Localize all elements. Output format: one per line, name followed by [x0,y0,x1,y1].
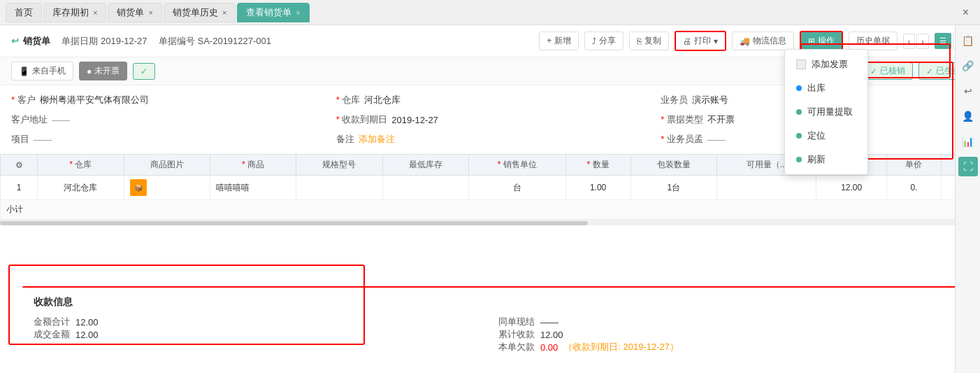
th-min-stock: 最低库存 [382,155,468,176]
tab-inventory-label: 库存期初 [52,6,89,19]
row-pack-qty: 1台 [630,176,716,200]
horizontal-scrollbar[interactable] [0,220,980,225]
table-row: 1 河北仓库 📦 嘻嘻嘻嘻 台 1.00 1台 12.00 0. [1,176,980,200]
confirm-button[interactable]: ✓ [133,63,155,80]
new-button[interactable]: + 新增 [539,31,578,50]
not-open-button[interactable]: ● 未开票 [79,62,127,80]
staff-value: 演示账号 [692,94,728,106]
locate-item[interactable]: 定位 [785,124,867,148]
row-price: 0. [887,176,942,200]
ticket-label: 票据类型 [661,113,703,126]
subtotal-row: 小计 [1,200,980,220]
operations-button[interactable]: ⊞ 操作 [800,31,843,51]
note-label: 备注 [336,133,354,146]
payment-date-value: 2019-12-27 [391,115,438,125]
logistics-button[interactable]: 🚚 物流信息 [732,31,794,50]
th-price: 单价 [887,155,942,176]
sidebar-link-icon[interactable]: 🔗 [958,56,978,76]
tab-home[interactable]: 首页 [6,3,42,22]
right-sidebar: 📋 🔗 ↩ 👤 📊 ⛶ [955,25,980,373]
same-order-row: 同单现结 —— [498,316,946,328]
bottom-section: 收款信息 金额合计 12.00 成交金额 12.00 [0,275,980,373]
window-close-button[interactable]: × [957,6,974,19]
outbound-item[interactable]: 出库 [785,76,867,100]
prev-button[interactable]: ‹ [903,34,916,49]
cumulative-row: 累计收款 12.00 [498,328,946,341]
refresh-item[interactable]: 刷新 [785,148,867,171]
staff-label: 业务员 [661,94,688,106]
locate-icon [796,133,802,139]
close-tab-inventory[interactable]: × [93,8,97,17]
list-view-button[interactable]: ☰ [935,33,951,49]
customer-value: 柳州粤港平安气体有限公司 [40,94,149,106]
sidebar-user-icon[interactable]: 👤 [958,106,978,126]
history-button[interactable]: 历史单据 [849,31,898,50]
payment-date-label: 收款到期日 [336,113,388,126]
sidebar-expand-icon[interactable]: ⛶ [958,157,978,176]
same-order-label: 同单现结 [498,316,535,328]
nav-arrows: ‹ › [903,34,929,49]
add-invoice-item[interactable]: 添加发票 [785,52,867,76]
copy-button[interactable]: ⎘ 复制 [629,31,669,50]
print-button[interactable]: 🖨 打印 ▾ [675,31,726,51]
subtotal-label: 小计 [1,200,980,220]
due-label: 本单欠款 [498,341,535,353]
th-pack-qty: 包装数量 [630,155,716,176]
sidebar-return-icon[interactable]: ↩ [958,81,978,101]
transaction-row: 成交金额 12.00 [34,328,482,341]
doc-number-value: SA-20191227-001 [198,36,272,46]
th-unit: 销售单位 [469,155,566,176]
available-qty-item[interactable]: 可用量提取 [785,100,867,124]
same-order-value: —— [540,317,559,328]
grid-icon: ⊞ [808,36,815,46]
tab-sales-order[interactable]: 销货单 × [108,3,161,22]
print-dropdown-icon: ▾ [714,36,718,46]
warehouse-label: 仓库 [336,94,361,106]
due-row: 本单欠款 0.00 （收款到期日: 2019-12-27） [498,341,946,353]
outbound-label: 出库 [807,82,826,94]
ticket-value: 不开票 [707,113,735,126]
tab-sales-history[interactable]: 销货单历史 × [164,3,236,22]
tab-home-label: 首页 [15,6,33,19]
doc-date-label: 单据日期 2019-12-27 [62,35,147,48]
close-tab-sales[interactable]: × [148,8,152,17]
project-value: —— [34,134,52,145]
share-button[interactable]: ⤴ 分享 [584,31,624,50]
payment-info-panel: 收款信息 金额合计 12.00 成交金额 12.00 [22,286,958,362]
row-qty: 1.00 [565,176,630,200]
row-no: 1 [1,176,38,200]
header-actions: + 新增 ⤴ 分享 ⎘ 复制 🖨 打印 ▾ 🚚 物流信息 [539,31,969,51]
th-warehouse: 仓库 [38,155,124,176]
address-value: —— [52,115,70,125]
cumulative-label: 累计收款 [498,328,535,341]
sold-badge: ✓ 已核销 [863,62,913,80]
sidebar-chart-icon[interactable]: 📊 [958,132,978,151]
th-settings: ⚙ [1,155,38,176]
add-note-link[interactable]: 添加备注 [359,133,395,146]
tab-history-label: 销货单历史 [173,6,218,19]
total-label: 金额合计 [34,316,70,328]
refresh-icon [796,157,802,162]
payment-info-title: 收款信息 [34,296,946,309]
tab-bar: 首页 库存期初 × 销货单 × 销货单历史 × 查看销货单 × × [0,0,980,25]
print-icon: 🖨 [683,36,691,46]
payment-date-field: 收款到期日 2019-12-27 [336,113,644,126]
tab-inventory-init[interactable]: 库存期初 × [43,3,106,22]
total-value: 12.00 [75,317,99,328]
cumulative-value: 12.00 [540,330,563,340]
total-row: 金额合计 12.00 [34,316,482,328]
operations-dropdown: 添加发票 出库 可用量提取 定位 刷新 [784,49,868,175]
truck-icon: 🚚 [740,36,750,46]
close-tab-history[interactable]: × [222,8,226,17]
phone-icon: 📱 [19,66,29,76]
project-field: 项目 —— [11,133,319,146]
customer-field: 客户 柳州粤港平安气体有限公司 [11,94,319,106]
th-product-img: 商品图片 [124,155,210,176]
close-tab-view[interactable]: × [296,8,300,17]
next-button[interactable]: › [916,34,929,49]
from-phone-button[interactable]: 📱 来自手机 [11,62,73,80]
tab-view-sales[interactable]: 查看销货单 × [237,3,309,22]
sidebar-document-icon[interactable]: 📋 [958,31,978,50]
row-unit: 台 [469,176,566,200]
summary-col-left: 金额合计 12.00 成交金额 12.00 [34,316,482,353]
